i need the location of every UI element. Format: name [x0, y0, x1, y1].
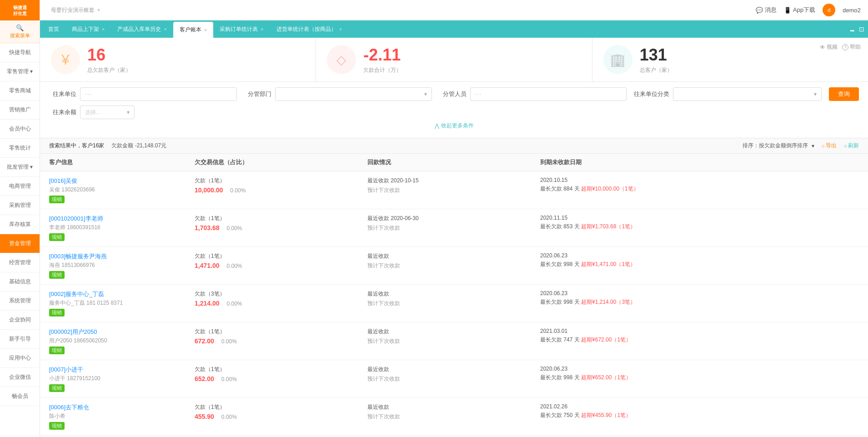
debt-info-cell: 欠款（1笔） 1,471.00 0.00%	[195, 252, 367, 269]
person-input[interactable]: ···	[470, 87, 627, 101]
overdue-link[interactable]: 超期¥1,703.68（1笔）	[581, 223, 636, 230]
export-button[interactable]: ○ 导出	[822, 142, 837, 150]
sidebar-item-retail-mgmt[interactable]: 零售管理 ▾	[0, 62, 40, 81]
table-container: 客户信息 欠交易信息（占比） 回款情况 到期未收款日期 [0016]吴俊 吴俊 …	[40, 154, 868, 437]
sidebar-item-retail-stats[interactable]: 零售统计	[0, 139, 40, 158]
customer-name-link[interactable]: [0016]吴俊	[49, 177, 195, 185]
refresh-label: 刷新	[848, 142, 859, 150]
customer-name-link[interactable]: [0003]畅捷服务尹海燕	[49, 252, 195, 261]
tabs-bar: 首页 商品上下架 × 产成品入库单历史 × 客户账本 × 采购订单统计表 × 进…	[40, 20, 868, 38]
close-icon[interactable]: ×	[204, 27, 207, 33]
close-icon[interactable]: ×	[164, 26, 166, 32]
sidebar-item-finance[interactable]: 资金管理	[0, 234, 40, 253]
customer-info-cell: [0006]去下粮仓 陈小希 现销	[49, 403, 195, 430]
sidebar-item-quick[interactable]: 快捷导航	[0, 43, 40, 62]
debt-ratio: 0.00%	[221, 376, 237, 382]
user-initial: d	[828, 7, 830, 13]
app-download-button[interactable]: 📱 App下载	[784, 6, 815, 14]
sidebar-item-marketing[interactable]: 营销推广	[0, 100, 40, 120]
query-button[interactable]: 查询	[829, 87, 859, 101]
sidebar-item-label: 批发管理 ▾	[3, 163, 37, 171]
sidebar-item-app-center[interactable]: 应用中心	[0, 349, 40, 368]
tab-production[interactable]: 产成品入库单历史 ×	[111, 20, 173, 38]
overdue-link[interactable]: 超期¥455.90（1笔）	[581, 412, 631, 418]
tab-customer-account[interactable]: 客户账本 ×	[173, 22, 213, 38]
tab-purchase-orders[interactable]: 采购订单统计表 ×	[213, 20, 270, 38]
refresh-icon: ○	[844, 143, 847, 149]
overdue-days: 最长欠款 884 天	[540, 186, 580, 192]
close-icon[interactable]: ×	[261, 26, 263, 32]
export-label: 导出	[826, 142, 837, 150]
top-header: 母婴行业演示账套 ▾ 💬 消息 📱 App下载 d demo2	[40, 0, 868, 20]
due-date-cell: 2021.03.01 最长欠款 747 天 超期¥672.00（1笔）	[540, 328, 859, 344]
sidebar-item-operations[interactable]: 经营管理	[0, 253, 40, 272]
debt-label: 欠款（1笔）	[195, 328, 367, 336]
source-unit-input[interactable]: ···	[80, 87, 237, 101]
tab-production-label: 产成品入库单历史	[117, 25, 161, 33]
sort-select[interactable]: 排序：按欠款金额倒序排序 ▾	[743, 142, 814, 150]
window-maximize-icon[interactable]: ⊡	[859, 25, 864, 33]
dept-label: 分管部门	[244, 90, 271, 98]
customer-info-cell: [0001020001]李老师 李老师 18600391516 现销	[49, 215, 195, 241]
message-button[interactable]: 💬 消息	[756, 6, 777, 14]
recovery-latest: 最近收款 2020-06-30	[367, 215, 540, 222]
sidebar-item-wechat[interactable]: 企业微信	[0, 368, 40, 387]
overdue-link[interactable]: 超期¥10,000.00（1笔）	[581, 186, 639, 192]
help-button[interactable]: ? 帮助	[842, 43, 861, 51]
search-menu-button[interactable]: 🔍 搜索菜单	[0, 20, 40, 43]
customer-name-link[interactable]: [000002]用户2050	[49, 328, 195, 336]
sidebar-item-label: 电商管理	[3, 182, 37, 190]
debt-label: 欠款（1笔）	[195, 403, 367, 411]
sidebar-item-basic-info[interactable]: 基础信息	[0, 272, 40, 291]
customer-name-link[interactable]: [0002]服务中心_丁磊	[49, 290, 195, 298]
customer-name-link[interactable]: [0006]去下粮仓	[49, 403, 195, 412]
sidebar-item-purchase[interactable]: 采购管理	[0, 196, 40, 215]
recovery-next: 预计下次收款	[367, 337, 540, 345]
tab-purchase-stats[interactable]: 进货单统计表（按商品） ×	[270, 20, 348, 38]
overdue-link[interactable]: 超期¥1,471.00（1笔）	[581, 261, 636, 267]
customer-name-link[interactable]: [0007]小进干	[49, 366, 195, 374]
customer-name-link[interactable]: [0001020001]李老师	[49, 215, 195, 223]
sidebar-item-enterprise[interactable]: 企业协同	[0, 311, 40, 330]
sidebar-item-retail-mall[interactable]: 零售商城	[0, 81, 40, 100]
debt-info-cell: 欠款（1笔） 1,703.68 0.00%	[195, 215, 367, 231]
unit-type-label: 往来单位分类	[634, 90, 669, 98]
stat-debt-customers: ¥ 16 总欠款客户（家）	[40, 38, 316, 81]
collapse-button[interactable]: ⋀ 收起更多条件	[49, 119, 859, 132]
customer-sub: 小进干 18279152100	[49, 375, 195, 382]
overdue-link[interactable]: 超期¥1,214.00（3笔）	[581, 299, 636, 305]
close-icon[interactable]: ×	[339, 26, 342, 32]
overdue-link[interactable]: 超期¥672.00（1笔）	[581, 337, 631, 343]
refresh-button[interactable]: ○ 刷新	[844, 142, 859, 150]
video-help-button[interactable]: 👁 视频	[820, 43, 838, 51]
due-date-cell: 2020.06.23 最长欠款 998 天 超期¥1,471.00（1笔）	[540, 252, 859, 268]
overdue-days: 最长欠款 747 天	[540, 337, 580, 343]
dept-input[interactable]: ▾	[275, 87, 432, 101]
recovery-next: 预计下次收款	[367, 186, 540, 194]
balance-label: 往来余额	[49, 108, 76, 116]
sidebar-item-system[interactable]: 系统管理	[0, 291, 40, 311]
tab-home[interactable]: 首页	[42, 20, 65, 38]
sidebar-item-ecommerce[interactable]: 电商管理	[0, 177, 40, 196]
balance-select[interactable]: 选择... ▾	[80, 105, 135, 119]
sidebar-item-warehouse[interactable]: 库存核算	[0, 215, 40, 234]
customer-sub: 服务中心_丁磊 181 0125 8371	[49, 299, 195, 307]
col-header-debt: 欠交易信息（占比）	[195, 158, 367, 166]
close-icon[interactable]: ×	[102, 26, 105, 32]
tab-purchase-orders-label: 采购订单统计表	[220, 25, 258, 33]
table-row: [000002]用户2050 用户2050 18665062050 现销 欠款（…	[40, 322, 868, 360]
sidebar-item-batch-mgmt[interactable]: 批发管理 ▾	[0, 158, 40, 177]
sidebar-item-newbie[interactable]: 新手引导	[0, 330, 40, 349]
avatar[interactable]: d	[823, 4, 835, 16]
sidebar-item-member[interactable]: 会员中心	[0, 120, 40, 139]
recovery-latest: 最近收款	[367, 290, 540, 298]
customer-tag: 现销	[49, 384, 65, 392]
debt-ratio: 0.00%	[230, 187, 246, 194]
due-date-cell: 2020.10.15 最长欠款 884 天 超期¥10,000.00（1笔）	[540, 177, 859, 193]
window-minimize-icon[interactable]: 🗕	[849, 25, 855, 33]
unit-type-input[interactable]: ▾	[673, 87, 822, 101]
sidebar-item-member-plus[interactable]: 畅会员	[0, 387, 40, 406]
overdue-link[interactable]: 超期¥652.00（1笔）	[581, 374, 631, 381]
customer-tag: 现销	[49, 271, 65, 279]
tab-products[interactable]: 商品上下架 ×	[65, 20, 111, 38]
